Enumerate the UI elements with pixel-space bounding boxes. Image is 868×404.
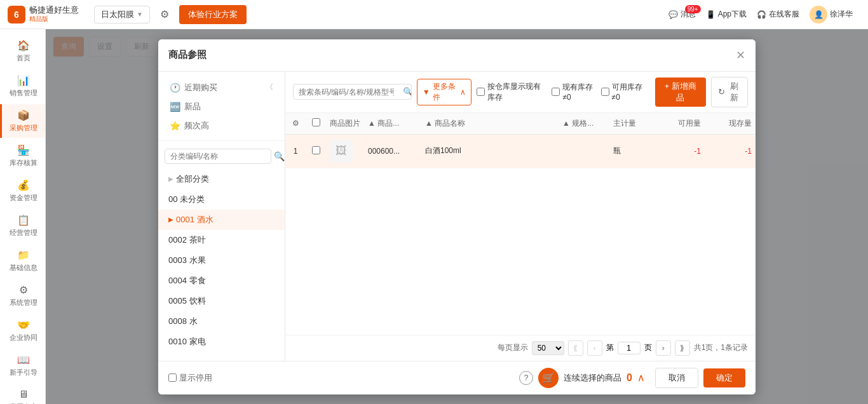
warehouse-filter[interactable]: 按仓库显示现有库存 bbox=[477, 81, 547, 103]
sidebar-item-purchase[interactable]: 📦 采购管理 bbox=[0, 104, 45, 138]
col-header-checkbox bbox=[306, 113, 326, 135]
modal-close-button[interactable]: ✕ bbox=[736, 48, 745, 62]
clock-icon: 🕐 bbox=[170, 83, 180, 93]
apps-icon: 🖥 bbox=[18, 389, 29, 400]
operations-icon: 📋 bbox=[17, 214, 30, 226]
sidebar-item-enterprise[interactable]: 🤝 企业协同 bbox=[0, 314, 45, 347]
category-item-fruit[interactable]: 0003 水果 bbox=[158, 250, 285, 271]
row-checkbox-cell[interactable] bbox=[306, 134, 326, 168]
settings-button[interactable]: ⚙ bbox=[155, 5, 174, 24]
warehouse-checkbox[interactable] bbox=[477, 88, 485, 96]
store-selector[interactable]: 日太阳膜 ▼ bbox=[94, 6, 150, 24]
collapse-button[interactable]: 《 bbox=[266, 82, 273, 93]
col-header-settings[interactable]: ⚙ bbox=[285, 113, 306, 135]
row-spec bbox=[559, 134, 609, 168]
sidebar-item-basics[interactable]: 📁 基础信息 bbox=[0, 244, 45, 278]
per-page-select[interactable]: 50 100 bbox=[532, 341, 564, 355]
table-row[interactable]: 1 🖼 000600... 白酒100ml bbox=[285, 134, 756, 168]
cart-button[interactable]: 🛒 bbox=[538, 368, 559, 388]
col-header-stock[interactable]: 现存量 bbox=[705, 113, 756, 135]
page-number-input[interactable] bbox=[618, 342, 641, 354]
category-label: 0005 饮料 bbox=[168, 295, 206, 307]
store-name: 日太阳膜 bbox=[101, 9, 134, 20]
category-item-appliances[interactable]: 0010 家电 bbox=[158, 332, 285, 352]
next-page-button[interactable]: › bbox=[656, 340, 671, 356]
quick-frequent[interactable]: ⭐ 频次高 bbox=[165, 116, 278, 135]
product-search-input[interactable] bbox=[294, 85, 399, 99]
category-search-input[interactable] bbox=[165, 149, 271, 164]
topbar-right: 💬 消息 99+ 📱 App下载 🎧 在线客服 👤 徐泽华 bbox=[668, 6, 860, 24]
stock-nonzero-checkbox[interactable] bbox=[552, 88, 560, 96]
col-header-spec[interactable]: ▲ 规格... bbox=[559, 113, 609, 135]
sidebar-item-home[interactable]: 🏠 首页 bbox=[0, 34, 45, 68]
prev-page-button[interactable]: ‹ bbox=[587, 340, 602, 356]
topbar-center: 日太阳膜 ▼ ⚙ 体验行业方案 bbox=[84, 5, 668, 24]
category-item-uncategorized[interactable]: 00 未分类 bbox=[158, 189, 285, 210]
sidebar-item-label: 资金管理 bbox=[10, 193, 37, 203]
sidebar-item-finance[interactable]: 💰 资金管理 bbox=[0, 174, 45, 208]
service-button[interactable]: 🎧 在线客服 bbox=[757, 9, 799, 20]
usable-nonzero-checkbox[interactable] bbox=[601, 88, 609, 96]
sidebar-item-guide[interactable]: 📖 新手引导 bbox=[0, 349, 45, 382]
quick-recent-purchase[interactable]: 🕐 近期购买 《 bbox=[165, 78, 278, 97]
category-panel: 🕐 近期购买 《 🆕 新品 ⭐ 频次高 bbox=[158, 72, 285, 361]
sidebar-item-operations[interactable]: 📋 经营管理 bbox=[0, 209, 45, 243]
row-image-cell: 🖼 bbox=[326, 134, 364, 168]
filter-icon: ▼ bbox=[423, 88, 430, 97]
user-avatar: 👤 bbox=[810, 6, 827, 24]
col-header-name[interactable]: ▲ 商品名称 bbox=[421, 113, 559, 135]
last-page-button[interactable]: ⟫ bbox=[675, 340, 690, 356]
sidebar-item-inventory[interactable]: 🏪 库存核算 bbox=[0, 139, 45, 173]
add-product-button[interactable]: + 新增商品 bbox=[655, 77, 706, 107]
sidebar-item-label: 基础信息 bbox=[10, 263, 37, 273]
category-label: 00 未分类 bbox=[168, 194, 205, 205]
col-header-code[interactable]: ▲ 商品... bbox=[364, 113, 421, 135]
category-item-tea[interactable]: 0002 茶叶 bbox=[158, 230, 285, 250]
app-download-button[interactable]: 📱 App下载 bbox=[706, 9, 747, 20]
category-item-liquor[interactable]: ▶ 0001 酒水 bbox=[158, 210, 285, 230]
category-item-all[interactable]: ▶ 全部分类 bbox=[158, 169, 285, 189]
category-label: 0010 家电 bbox=[168, 336, 206, 347]
col-header-unit[interactable]: 主计量 bbox=[609, 113, 654, 135]
system-icon: ⚙ bbox=[19, 284, 28, 296]
page-label: 第 bbox=[606, 342, 614, 353]
sidebar-item-system[interactable]: ⚙ 系统管理 bbox=[0, 279, 45, 313]
product-list-panel: 🔍 ▼ 更多条件 ∧ 按仓库显示现有库存 bbox=[285, 72, 756, 361]
refresh-button[interactable]: ↻ 刷新 bbox=[711, 77, 748, 107]
select-all-checkbox[interactable] bbox=[312, 118, 320, 126]
row-checkbox[interactable] bbox=[312, 146, 320, 154]
show-disabled-checkbox[interactable] bbox=[168, 374, 177, 382]
logo-text: 畅捷通好生意 bbox=[29, 5, 79, 15]
category-label: 0001 酒水 bbox=[176, 214, 214, 226]
category-list: ▶ 全部分类 00 未分类 ▶ 0001 酒水 0002 茶 bbox=[158, 166, 285, 354]
confirm-button[interactable]: 确定 bbox=[703, 368, 745, 387]
stock-nonzero-filter[interactable]: 现有库存≠0 bbox=[552, 82, 595, 102]
experience-button[interactable]: 体验行业方案 bbox=[179, 5, 247, 24]
sidebar-item-label: 首页 bbox=[17, 53, 31, 63]
cart-collapse-icon[interactable]: ∧ bbox=[637, 372, 645, 384]
help-button[interactable]: ? bbox=[519, 371, 533, 385]
user-area[interactable]: 👤 徐泽华 bbox=[810, 6, 853, 24]
modal-title: 商品参照 bbox=[168, 49, 207, 61]
category-item-snacks[interactable]: 0004 零食 bbox=[158, 271, 285, 291]
divider bbox=[158, 140, 285, 141]
more-filters-button[interactable]: ▼ 更多条件 ∧ bbox=[417, 79, 471, 105]
show-disabled-label[interactable]: 显示停用 bbox=[168, 372, 212, 384]
quick-new-products[interactable]: 🆕 新品 bbox=[165, 97, 278, 116]
product-search-button[interactable]: 🔍 bbox=[399, 84, 412, 99]
category-search-icon[interactable]: 🔍 bbox=[274, 151, 285, 161]
category-item-water[interactable]: 0008 水 bbox=[158, 311, 285, 332]
col-header-available[interactable]: 可用量 bbox=[654, 113, 705, 135]
sidebar-item-sales[interactable]: 📊 销售管理 bbox=[0, 69, 45, 103]
first-page-button[interactable]: ⟪ bbox=[568, 340, 583, 356]
message-button[interactable]: 💬 消息 99+ bbox=[668, 9, 696, 20]
product-table: ⚙ 商品图片 ▲ 商品... bbox=[285, 113, 756, 168]
sidebar-item-apps[interactable]: 🖥 应用中心 bbox=[0, 384, 45, 404]
category-item-beverages[interactable]: 0005 饮料 bbox=[158, 291, 285, 311]
usable-nonzero-filter[interactable]: 可用库存≠0 bbox=[601, 82, 645, 102]
row-num: 1 bbox=[285, 134, 306, 168]
logo-area: 6 畅捷通好生意 精品版 bbox=[8, 5, 84, 24]
expand-icon: ▶ bbox=[168, 216, 173, 223]
row-stock: -1 bbox=[705, 134, 756, 168]
cancel-button[interactable]: 取消 bbox=[655, 368, 698, 388]
